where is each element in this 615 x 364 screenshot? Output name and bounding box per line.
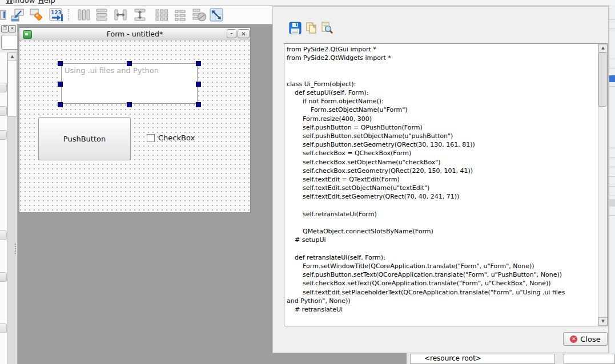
selection-handle-sw[interactable]: [58, 102, 63, 107]
textedit-widget[interactable]: Using .ui files and Python: [61, 63, 198, 104]
resource-browser-panel: <resource root>: [410, 354, 555, 364]
selected-row-edge[interactable]: [609, 75, 615, 82]
selection-handle-e[interactable]: [196, 82, 201, 87]
svg-text:123: 123: [51, 10, 62, 15]
scrollbar-thumb[interactable]: [598, 52, 606, 107]
form-window-title: Form - untitled*: [19, 30, 250, 38]
layout-form-glyph: [174, 8, 187, 22]
property-panel-edge: [609, 5, 615, 364]
edit-tab-order-icon[interactable]: 123: [49, 7, 63, 22]
widget-category-header[interactable]: [0, 230, 7, 240]
edit-widgets-icon[interactable]: [0, 7, 7, 22]
save-glyph: [289, 22, 302, 34]
generated-code-text[interactable]: from PySide2.QtGui import * from PySide2…: [284, 44, 597, 314]
selection-handle-se[interactable]: [196, 102, 201, 107]
selection-handle-ne[interactable]: [196, 61, 201, 66]
panel-row-divider: [609, 19, 615, 20]
panel-row-divider: [609, 59, 615, 59]
panel-row-divider: [609, 68, 615, 68]
textedit-placeholder: Using .ui files and Python: [65, 66, 159, 75]
widget-category-header[interactable]: [0, 130, 7, 140]
widget-box-filter-input[interactable]: [1, 35, 18, 50]
layout-grid-glyph: [155, 8, 168, 22]
dock-float-button[interactable]: ❐: [1, 25, 9, 33]
resource-root-item[interactable]: <resource root>: [411, 354, 554, 363]
resource-preview-panel: [564, 354, 615, 364]
form-window-titlebar[interactable]: Form - untitled* - ✕: [19, 28, 250, 41]
panel-row-divider: [609, 148, 615, 148]
toolbar: 123: [0, 6, 272, 25]
menu-help[interactable]: Help: [38, 0, 55, 5]
generated-code-view[interactable]: from PySide2.QtGui import * from PySide2…: [284, 43, 608, 326]
copy-glyph: [305, 22, 317, 34]
menu-window[interactable]: Window: [6, 0, 35, 5]
checkbox-widget[interactable]: CheckBox: [147, 134, 195, 142]
close-button[interactable]: ✕ Close: [563, 332, 608, 346]
minimize-button[interactable]: -: [227, 29, 236, 38]
pushbutton-widget[interactable]: PushButton: [38, 117, 131, 160]
layout-splitter-horizontal-glyph: [114, 8, 127, 22]
panel-row-divider: [609, 29, 615, 29]
toolbar-separator: [68, 9, 71, 21]
close-circle-icon: ✕: [570, 335, 577, 343]
selection-handle-n[interactable]: [127, 61, 132, 66]
close-button-label: Close: [580, 335, 600, 343]
selection-handle-w[interactable]: [58, 82, 63, 87]
layout-vertical-glyph: [95, 8, 108, 22]
break-layout-icon[interactable]: [192, 7, 207, 22]
save-icon[interactable]: [289, 22, 302, 34]
layout-vertical-icon[interactable]: [94, 7, 109, 22]
panel-row-divider: [609, 86, 615, 87]
panel-row-edge: [609, 199, 615, 207]
code-scrollbar[interactable]: ▲ ▼: [598, 44, 607, 326]
menubar: Window Help: [0, 0, 615, 6]
scrollbar-thumb[interactable]: [7, 60, 17, 117]
layout-splitter-horizontal-icon[interactable]: [113, 7, 128, 22]
layout-form-icon[interactable]: [173, 7, 188, 22]
panel-row-divider: [609, 167, 615, 167]
break-layout-glyph: [192, 7, 207, 23]
checkbox-indicator[interactable]: [147, 134, 155, 142]
widget-box-scrollbar[interactable]: ▲: [7, 52, 17, 364]
widget-category-header[interactable]: [0, 272, 7, 282]
panel-row-divider: [609, 176, 615, 177]
panel-row-divider: [609, 186, 615, 187]
scroll-down-icon[interactable]: ▼: [598, 317, 608, 326]
edit-buddies-glyph: [29, 7, 44, 22]
layout-splitter-vertical-icon[interactable]: [132, 7, 147, 22]
widget-category-header[interactable]: [0, 83, 7, 92]
bottom-dock-area: <resource root>: [407, 353, 615, 364]
edit-widgets-glyph: [0, 8, 6, 22]
scroll-up-icon[interactable]: ▲: [598, 44, 608, 52]
widget-category-header[interactable]: [0, 323, 7, 333]
widget-box-panel: ❐ ✕ ▲: [0, 24, 18, 364]
edit-signals-slots-glyph: [10, 8, 25, 22]
form-canvas[interactable]: Using .ui files and Python PushButton Ch…: [20, 41, 250, 212]
panel-row-divider: [609, 215, 615, 216]
layout-horizontal-icon[interactable]: [77, 7, 91, 22]
checkbox-label: CheckBox: [158, 134, 195, 142]
find-glyph: [321, 22, 333, 34]
adjust-size-glyph: [210, 8, 224, 22]
selection-handle-s[interactable]: [127, 102, 132, 107]
panel-row-divider: [609, 157, 615, 158]
edit-tab-order-glyph: 123: [49, 7, 63, 23]
selection-handle-nw[interactable]: [58, 61, 63, 66]
layout-horizontal-glyph: [77, 8, 91, 22]
dock-close-button[interactable]: ✕: [9, 25, 16, 33]
close-window-button[interactable]: ✕: [238, 29, 250, 38]
layout-grid-icon[interactable]: [154, 7, 169, 22]
panel-row-divider: [609, 196, 615, 196]
find-icon[interactable]: [321, 22, 333, 34]
layout-splitter-vertical-glyph: [133, 8, 147, 22]
edit-signals-slots-icon[interactable]: [10, 7, 25, 22]
copy-icon[interactable]: [305, 22, 317, 34]
widget-category-header[interactable]: [0, 106, 7, 116]
adjust-size-icon[interactable]: [209, 7, 224, 22]
qt-designer-screen: Window Help: [0, 0, 615, 364]
code-preview-dialog: from PySide2.QtGui import * from PySide2…: [272, 6, 609, 353]
dock-splitter-handle[interactable]: [15, 244, 17, 254]
form-designer-window: Form - untitled* - ✕ Using .ui files and…: [19, 27, 251, 213]
edit-buddies-icon[interactable]: [29, 7, 44, 22]
